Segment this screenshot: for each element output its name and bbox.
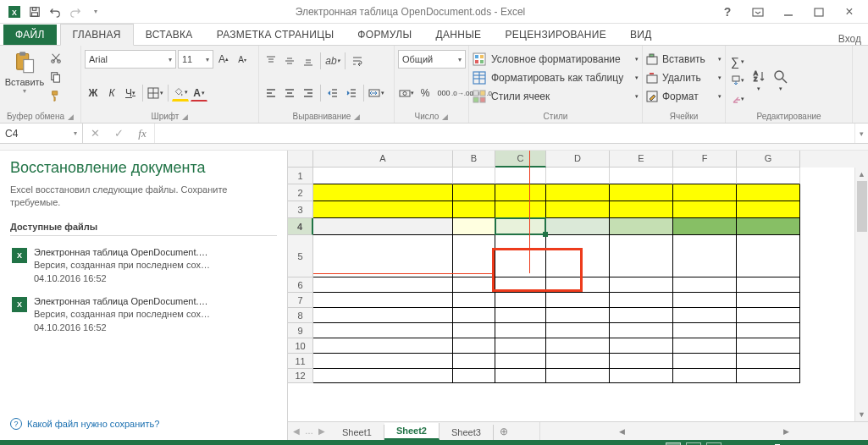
cell[interactable]	[610, 218, 673, 235]
login-link[interactable]: Вход	[838, 33, 861, 45]
cell[interactable]	[453, 277, 495, 293]
cell[interactable]	[453, 184, 495, 201]
tab-layout[interactable]: РАЗМЕТКА СТРАНИЦЫ	[205, 25, 346, 45]
cell[interactable]	[453, 218, 495, 235]
cell[interactable]	[610, 277, 673, 293]
cell[interactable]	[737, 277, 800, 293]
cell[interactable]	[313, 184, 453, 201]
percent-icon[interactable]: %	[417, 85, 434, 102]
conditional-formatting-button[interactable]: Условное форматирование▾	[473, 50, 639, 69]
format-as-table-button[interactable]: Форматировать как таблицу▾	[473, 69, 639, 87]
cell[interactable]	[546, 293, 610, 308]
column-header[interactable]: A	[313, 151, 453, 168]
tab-view[interactable]: ВИД	[618, 25, 664, 45]
align-bottom-icon[interactable]	[300, 52, 317, 69]
cell[interactable]	[313, 308, 453, 323]
cell[interactable]	[673, 218, 737, 235]
horizontal-scrollbar[interactable]: ◀ ▶	[539, 422, 868, 440]
sheet-tab[interactable]: Sheet2	[384, 423, 440, 440]
cell[interactable]	[673, 338, 737, 354]
find-select-icon[interactable]: ▾	[771, 63, 790, 97]
row-header[interactable]: 8	[288, 308, 313, 323]
cell[interactable]	[673, 201, 737, 218]
cell[interactable]	[546, 354, 610, 369]
cell-styles-button[interactable]: Стили ячеек▾	[473, 87, 639, 106]
cell[interactable]	[313, 218, 453, 235]
insert-cells-button[interactable]: Вставить▾	[646, 50, 721, 69]
cell[interactable]	[610, 201, 673, 218]
cell[interactable]	[546, 277, 610, 293]
redo-icon[interactable]	[66, 3, 85, 21]
cell[interactable]	[495, 218, 546, 235]
cell[interactable]	[495, 323, 546, 338]
merge-icon[interactable]: ▾	[368, 85, 385, 102]
cells-area[interactable]	[313, 168, 800, 421]
cell[interactable]	[610, 308, 673, 323]
decrease-indent-icon[interactable]	[324, 85, 341, 102]
font-color-icon[interactable]: А▾	[191, 85, 207, 102]
tab-file[interactable]: ФАЙЛ	[3, 25, 57, 45]
align-right-icon[interactable]	[300, 85, 317, 102]
copy-icon[interactable]	[47, 69, 64, 85]
cell[interactable]	[610, 369, 673, 383]
cell[interactable]	[453, 323, 495, 338]
cell[interactable]	[453, 338, 495, 354]
currency-icon[interactable]: ▾	[398, 85, 415, 102]
comma-icon[interactable]: 000	[435, 85, 452, 102]
cell[interactable]	[673, 369, 737, 383]
column-header[interactable]: C	[495, 151, 546, 168]
cell[interactable]	[737, 323, 800, 338]
paste-button[interactable]: Вставить ▾	[3, 48, 46, 96]
format-cells-button[interactable]: Формат▾	[646, 87, 721, 106]
sort-filter-icon[interactable]: AZ▾	[749, 63, 768, 97]
cell[interactable]	[495, 293, 546, 308]
cell[interactable]	[453, 168, 495, 184]
tab-home[interactable]: ГЛАВНАЯ	[60, 24, 134, 46]
autosum-icon[interactable]: ∑▾	[729, 53, 746, 70]
cell[interactable]	[313, 354, 453, 369]
tab-data[interactable]: ДАННЫЕ	[423, 25, 493, 45]
cell[interactable]	[737, 184, 800, 201]
border-icon[interactable]: ▾	[147, 85, 164, 102]
increase-decimal-icon[interactable]: .0→.00	[454, 85, 471, 102]
row-header[interactable]: 4	[288, 218, 313, 235]
recovery-help-link[interactable]: ? Какой файл нужно сохранить?	[10, 415, 277, 437]
number-format-select[interactable]: Общий▾	[398, 50, 466, 69]
cell[interactable]	[313, 369, 453, 383]
cell[interactable]	[737, 354, 800, 369]
align-left-icon[interactable]	[263, 85, 279, 102]
row-header[interactable]: 9	[288, 323, 313, 338]
decrease-font-icon[interactable]: A▾	[234, 51, 251, 68]
cell[interactable]	[453, 308, 495, 323]
sheet-nav-first-icon[interactable]: ◀	[293, 426, 300, 436]
column-header[interactable]: G	[737, 151, 800, 168]
tab-review[interactable]: РЕЦЕНЗИРОВАНИЕ	[493, 25, 618, 45]
accept-formula-icon[interactable]: ✓	[107, 127, 130, 140]
cell[interactable]	[610, 293, 673, 308]
add-sheet-icon[interactable]: ⊕	[494, 422, 514, 440]
column-header[interactable]: F	[673, 151, 737, 168]
minimize-icon[interactable]	[777, 3, 800, 21]
select-all-corner[interactable]	[288, 151, 313, 168]
save-icon[interactable]	[25, 3, 44, 21]
italic-button[interactable]: К	[103, 85, 120, 102]
cell[interactable]	[495, 201, 546, 218]
underline-button[interactable]: Ч ▾	[122, 85, 139, 102]
format-painter-icon[interactable]	[47, 87, 64, 104]
cell[interactable]	[313, 201, 453, 218]
cell[interactable]	[313, 235, 453, 277]
cell[interactable]	[737, 338, 800, 354]
cell[interactable]	[453, 369, 495, 383]
cell[interactable]	[453, 354, 495, 369]
cell[interactable]	[495, 184, 546, 201]
cell[interactable]	[313, 168, 453, 184]
cell[interactable]	[673, 184, 737, 201]
vertical-scrollbar[interactable]: ▲ ▼	[854, 168, 868, 421]
cell[interactable]	[453, 201, 495, 218]
cell[interactable]	[495, 354, 546, 369]
cell[interactable]	[737, 293, 800, 308]
help-icon[interactable]: ?	[716, 3, 739, 21]
cell[interactable]	[495, 235, 546, 277]
clear-icon[interactable]: ▾	[729, 91, 746, 107]
cell[interactable]	[495, 277, 546, 293]
